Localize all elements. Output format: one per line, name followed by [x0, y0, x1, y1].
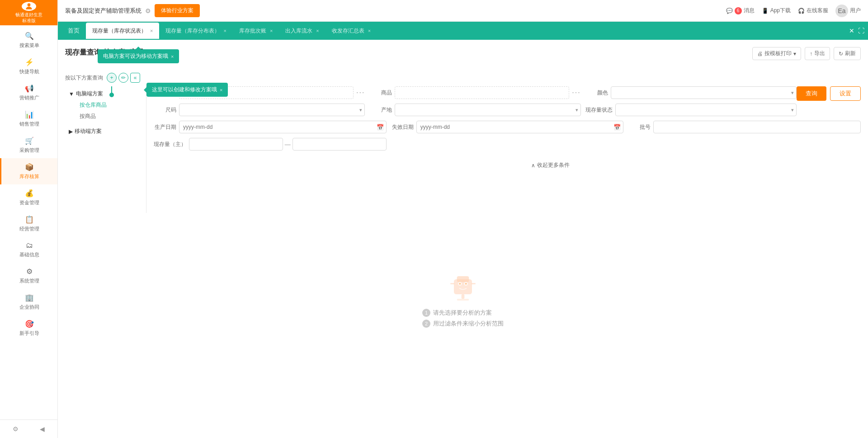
dropdown-icon: ▾ — [793, 51, 796, 57]
sidebar-item-operation[interactable]: 📋 经营管理 — [0, 211, 57, 237]
svg-rect-7 — [462, 294, 465, 299]
filter-wrapper: 按以下方案查询 + ✏ « 电脑方案可设为移动方案哦 × — [65, 73, 861, 213]
scheme-item-product[interactable]: 按商品 — [69, 111, 139, 122]
origin-select[interactable] — [395, 104, 580, 116]
tooltip2-close[interactable]: × — [220, 87, 222, 93]
target-icon: 🎯 — [25, 320, 34, 328]
sidebar-item-search[interactable]: 🔍 搜索菜单 — [0, 27, 57, 53]
size-select[interactable] — [179, 104, 365, 116]
app-download-btn[interactable]: 📱 App下载 — [762, 7, 791, 14]
tab-close-inventory-status[interactable]: × — [150, 28, 153, 33]
add-scheme-btn[interactable]: + — [107, 73, 117, 83]
field-size: 尺码 ▾ — [154, 104, 365, 116]
filter-row-1: 仓库 ··· 商品 ··· 颜色 — [154, 86, 797, 99]
avatar: Ea — [835, 5, 848, 17]
desktop-scheme-group: ▼ 电脑端方案 按仓库商品 按商品 — [65, 86, 142, 124]
sidebar-item-inventory[interactable]: 📦 库存核算 — [0, 158, 57, 184]
search-btn[interactable]: 查询 — [797, 86, 826, 101]
tooltip1-close[interactable]: × — [171, 54, 174, 59]
sidebar-logo: 畅通道好生意 标准版 — [0, 0, 57, 25]
sidebar-item-marketing[interactable]: 📢 营销推广 — [0, 80, 57, 106]
desktop-scheme-header[interactable]: ▼ 电脑端方案 — [69, 88, 139, 99]
sidebar-item-purchase[interactable]: 🛒 采购管理 — [0, 132, 57, 158]
cart-icon: 🛒 — [25, 137, 34, 145]
tab-receivable[interactable]: 收发存汇总表 × — [326, 23, 377, 39]
tab-close-receivable[interactable]: × — [368, 28, 371, 33]
color-select[interactable] — [611, 86, 797, 99]
collapse-btn[interactable]: ∧ 收起更多条件 — [528, 159, 572, 172]
filter-row-4: 现存量（主） — — [154, 138, 861, 151]
stock-main-to[interactable] — [292, 138, 387, 151]
warehouse-more-icon[interactable]: ··· — [356, 89, 365, 97]
size-select-wrapper: ▾ — [179, 104, 365, 116]
batch-input[interactable] — [653, 121, 861, 133]
collapse-icon: ∧ — [531, 162, 535, 169]
gear-icon: ⚙ — [26, 267, 33, 276]
notification-btn[interactable]: 💬 6 消息 — [726, 7, 755, 14]
color-select-wrapper: ▾ — [611, 86, 797, 99]
print-btn[interactable]: 🖨 按模板打印 ▾ — [752, 47, 801, 60]
export-btn[interactable]: ↑ 导出 — [805, 47, 830, 60]
sidebar-item-sales[interactable]: 📊 销售管理 — [0, 106, 57, 132]
tab-bar-right: ✕ ⛶ — [849, 27, 864, 34]
empty-state: 1 请先选择要分析的方案 2 用过滤条件来缩小分析范围 — [65, 231, 861, 364]
field-color: 颜色 ▾ — [585, 86, 797, 99]
filter-row-3: 生产日期 📅 失效日期 📅 — [154, 121, 861, 133]
main-area: 装备及固定资产辅助管理系统 ⚙ 体验行业方案 💬 6 消息 📱 App下载 🎧 … — [58, 0, 868, 438]
tab-close-inout[interactable]: × — [316, 28, 319, 33]
prev-scheme-btn[interactable]: « — [130, 73, 140, 83]
tab-inventory-status[interactable]: 现存量（库存状况表） × — [86, 23, 159, 39]
tab-inout-flow[interactable]: 出入库流水 × — [279, 23, 325, 39]
tooltip-bubble-2: 这里可以创建和修改方案哦 × — [146, 83, 228, 97]
filter-row-2: 尺码 ▾ 产地 — [154, 104, 797, 116]
mobile-scheme-header[interactable]: ▶ 移动端方案 — [69, 126, 139, 137]
scheme-item-warehouse[interactable]: 按仓库商品 — [69, 99, 139, 111]
stock-status-select[interactable] — [615, 104, 797, 116]
refresh-btn[interactable]: ↻ 刷新 — [834, 47, 861, 60]
tab-close-all-icon[interactable]: ✕ — [849, 27, 854, 34]
logo-text: 畅通道好生意 标准版 — [15, 12, 42, 24]
sidebar-item-basic[interactable]: 🗂 基础信息 — [0, 237, 57, 263]
industry-btn[interactable]: 体验行业方案 — [155, 4, 200, 17]
stock-main-from[interactable] — [189, 138, 283, 151]
headset-icon: 🎧 — [798, 8, 805, 14]
sidebar-item-quick-nav[interactable]: ⚡ 快捷导航 — [0, 53, 57, 80]
calendar-icon-2[interactable]: 📅 — [613, 124, 621, 131]
tab-inventory-dist[interactable]: 现存量（库存分布表） × — [159, 23, 232, 39]
sidebar-item-enterprise[interactable]: 🏢 企业协同 — [0, 289, 57, 315]
sidebar-collapse-btn[interactable]: ◀ — [38, 424, 47, 434]
sidebar-settings-btn[interactable]: ⚙ — [11, 424, 20, 434]
svg-rect-8 — [457, 299, 469, 301]
empty-illustration — [445, 267, 481, 303]
field-produce-date: 生产日期 📅 — [154, 121, 387, 133]
sidebar-item-finance[interactable]: 💰 资金管理 — [0, 184, 57, 211]
online-service-btn[interactable]: 🎧 在线客服 — [798, 7, 828, 14]
lightning-icon: ⚡ — [25, 58, 34, 66]
empty-tip-2: 2 用过滤条件来缩小分析范围 — [422, 320, 504, 328]
megaphone-icon: 📢 — [25, 84, 34, 93]
tab-close-batch[interactable]: × — [270, 28, 273, 33]
tab-home[interactable]: 首页 — [61, 23, 86, 39]
tab-batch-account[interactable]: 库存批次账 × — [233, 23, 279, 39]
field-product: 商品 ··· — [369, 86, 580, 99]
sidebar-item-system[interactable]: ⚙ 系统管理 — [0, 263, 57, 289]
export-icon: ↑ — [810, 51, 812, 57]
toolbar: 🖨 按模板打印 ▾ ↑ 导出 ↻ 刷新 — [752, 47, 861, 60]
set-btn[interactable]: 设置 — [830, 86, 861, 101]
sidebar-item-guide[interactable]: 🎯 新手引导 — [0, 315, 57, 341]
box-icon: 📦 — [25, 163, 34, 171]
edit-scheme-btn[interactable]: ✏ — [118, 73, 128, 83]
product-more-icon[interactable]: ··· — [572, 89, 580, 97]
produce-date-input[interactable] — [179, 121, 387, 133]
field-origin: 产地 ▾ — [369, 104, 580, 116]
tab-maximize-icon[interactable]: ⛶ — [858, 27, 864, 34]
product-input[interactable] — [395, 86, 569, 99]
header-settings-icon[interactable]: ⚙ — [145, 7, 151, 14]
svg-point-6 — [465, 283, 467, 285]
expire-date-input[interactable] — [416, 121, 624, 133]
origin-select-wrapper: ▾ — [395, 104, 580, 116]
tab-close-inventory-dist[interactable]: × — [223, 28, 226, 33]
calendar-icon-1[interactable]: 📅 — [377, 124, 384, 131]
sidebar: 畅通道好生意 标准版 🔍 搜索菜单 ⚡ 快捷导航 📢 营销推广 📊 销售管理 🛒… — [0, 0, 58, 438]
user-menu-btn[interactable]: Ea 用户 — [835, 5, 861, 17]
